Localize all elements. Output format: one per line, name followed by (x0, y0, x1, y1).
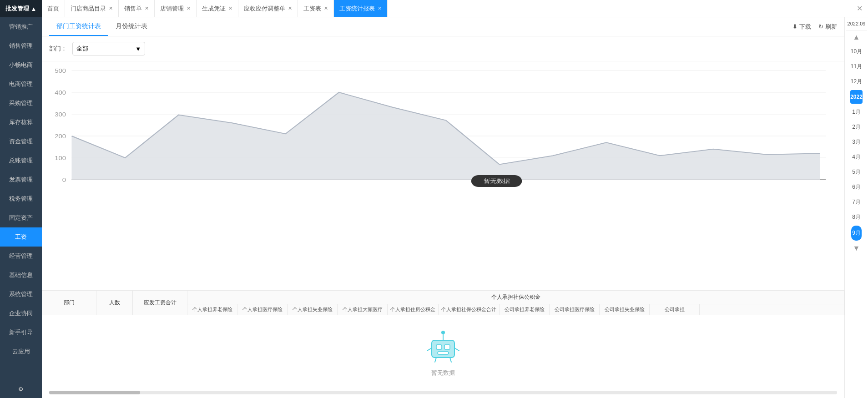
sidebar-item-基础信息[interactable]: 基础信息 (0, 266, 42, 285)
th-sub-个人承担社保公积金合计: 个人承担社保公积金合计 (439, 304, 500, 315)
toolbar: 部门： 全部 ▼ (42, 36, 844, 61)
time-item-8月[interactable]: 8月 (848, 210, 864, 225)
table-section: 部门 人数 应发工资合计 个人承担社保公积金 个人承担养老保险个人承担医疗保险个… (42, 290, 844, 398)
chevron-down-icon: ▼ (135, 45, 141, 52)
tab-label: 门店商品目录 (71, 5, 106, 13)
close-all-tabs-button[interactable]: ✕ (851, 0, 868, 17)
tab-门店商品目录[interactable]: 门店商品目录✕ (65, 0, 119, 17)
time-nav-down-button[interactable]: ▼ (845, 242, 868, 255)
tab-label: 销售单 (124, 5, 142, 13)
th-sub-公司承担: 公司承担 (650, 304, 700, 315)
tab-close-icon[interactable]: ✕ (378, 5, 382, 11)
chart-svg: 500 400 300 200 100 0 (49, 66, 837, 202)
scrollbar-thumb[interactable] (49, 391, 140, 394)
sidebar-item-经营管理[interactable]: 经营管理 (0, 247, 42, 266)
sidebar-item-发票管理[interactable]: 发票管理 (0, 170, 42, 189)
time-item-12月[interactable]: 12月 (848, 74, 864, 89)
sidebar-item-云应用[interactable]: 云应用 (0, 342, 42, 361)
main-area: 首页门店商品目录✕销售单✕店铺管理✕生成凭证✕应收应付调整单✕工资表✕工资统计报… (42, 0, 868, 398)
time-item-10月[interactable]: 10月 (848, 44, 864, 59)
tab-首页[interactable]: 首页 (42, 0, 65, 17)
tab-label: 工资统计报表 (339, 5, 375, 13)
time-items-container: 10月11月12月20221月2月3月4月5月6月7月8月9月 (848, 44, 864, 242)
empty-state: 暂无数据 (42, 315, 844, 391)
sidebar-item-系统管理[interactable]: 系统管理 (0, 285, 42, 304)
refresh-icon: ↻ (818, 23, 823, 30)
time-item-4月[interactable]: 4月 (848, 150, 864, 165)
tab-close-icon[interactable]: ✕ (288, 5, 292, 11)
sidebar-item-企业协同[interactable]: 企业协同 (0, 304, 42, 323)
sidebar-item-小畅电商[interactable]: 小畅电商 (0, 55, 42, 75)
dept-select[interactable]: 全部 ▼ (72, 42, 145, 55)
sidebar-item-资金管理[interactable]: 资金管理 (0, 132, 42, 151)
sidebar-item-新手引导[interactable]: 新手引导 (0, 323, 42, 342)
th-sub-个人承担医疗保险: 个人承担医疗保险 (237, 304, 288, 315)
time-nav-up-button[interactable]: ▲ (845, 30, 868, 44)
time-item-7月[interactable]: 7月 (848, 195, 864, 210)
tab-close-icon[interactable]: ✕ (145, 5, 149, 11)
sidebar-item-营销推广[interactable]: 营销推广 (0, 17, 42, 36)
dept-label: 部门： (49, 45, 67, 53)
sub-tabs: 部门工资统计表月份统计表 ⬇ 下载 ↻ 刷新 (42, 17, 844, 36)
time-item-11月[interactable]: 11月 (848, 59, 864, 74)
tab-label: 生成凭证 (202, 5, 226, 13)
sidebar-item-销售管理[interactable]: 销售管理 (0, 36, 42, 55)
th-sub-个人承担失业保险: 个人承担失业保险 (288, 304, 338, 315)
svg-line-19 (454, 348, 459, 351)
th-sub-公司承担医疗保险: 公司承担医疗保险 (550, 304, 600, 315)
settings-button[interactable]: ⚙ (0, 380, 42, 398)
tab-应收应付调整单[interactable]: 应收应付调整单✕ (238, 0, 298, 17)
sidebar-title: 批发管理 (5, 5, 29, 13)
sidebar-item-税务管理[interactable]: 税务管理 (0, 189, 42, 208)
horizontal-scrollbar[interactable] (49, 391, 837, 394)
th-sub-个人承担养老保险: 个人承担养老保险 (187, 304, 237, 315)
tab-生成凭证[interactable]: 生成凭证✕ (197, 0, 238, 17)
sidebar-item-工资[interactable]: 工资 (0, 227, 42, 247)
tab-close-icon[interactable]: ✕ (228, 5, 232, 11)
sidebar-item-固定资产[interactable]: 固定资产 (0, 208, 42, 227)
th-group-subs: 个人承担养老保险个人承担医疗保险个人承担失业保险个人承担大额医疗个人承担住房公积… (187, 304, 844, 315)
svg-text:300: 300 (55, 111, 66, 117)
svg-line-21 (450, 358, 451, 362)
chart-area: 500 400 300 200 100 0 (42, 61, 844, 290)
sub-tab-actions: ⬇ 下载 ↻ 刷新 (792, 23, 837, 31)
tab-label: 首页 (47, 5, 59, 13)
tab-店铺管理[interactable]: 店铺管理✕ (155, 0, 197, 17)
time-item-6月[interactable]: 6月 (848, 180, 864, 195)
tab-close-icon[interactable]: ✕ (187, 5, 191, 11)
refresh-button[interactable]: ↻ 刷新 (818, 23, 837, 31)
time-item-2月[interactable]: 2月 (848, 120, 864, 135)
th-sub-公司承担养老保险: 公司承担养老保险 (500, 304, 550, 315)
th-sub-个人承担住房公积金: 个人承担住房公积金 (388, 304, 439, 315)
svg-rect-13 (436, 345, 442, 349)
tab-close-icon[interactable]: ✕ (324, 5, 328, 11)
svg-rect-12 (432, 340, 454, 358)
time-item-9月[interactable]: 9月 (851, 226, 862, 241)
svg-line-18 (427, 348, 432, 351)
sidebar-item-库存核算[interactable]: 库存核算 (0, 113, 42, 132)
time-item-2022[interactable]: 2022 (850, 90, 863, 104)
tab-close-icon[interactable]: ✕ (109, 5, 113, 11)
svg-rect-14 (444, 345, 450, 349)
sub-tab-月份统计表[interactable]: 月份统计表 (108, 17, 155, 36)
tab-销售单[interactable]: 销售单✕ (119, 0, 155, 17)
tab-label: 工资表 (303, 5, 321, 13)
empty-icon (425, 329, 461, 365)
sidebar-item-总账管理[interactable]: 总账管理 (0, 151, 42, 170)
tab-工资表[interactable]: 工资表✕ (298, 0, 334, 17)
sidebar-header[interactable]: 批发管理 ▲ (0, 0, 42, 17)
sidebar-item-电商管理[interactable]: 电商管理 (0, 75, 42, 94)
th-dept: 部门 (42, 291, 96, 315)
svg-text:400: 400 (55, 90, 66, 96)
download-button[interactable]: ⬇ 下载 (792, 23, 811, 31)
sub-tab-部门工资统计表[interactable]: 部门工资统计表 (49, 17, 108, 36)
sidebar-item-采购管理[interactable]: 采购管理 (0, 94, 42, 113)
tab-工资统计报表[interactable]: 工资统计报表✕ (334, 0, 388, 17)
empty-text: 暂无数据 (431, 369, 455, 377)
tab-label: 店铺管理 (160, 5, 184, 13)
time-item-5月[interactable]: 5月 (848, 165, 864, 180)
time-item-3月[interactable]: 3月 (848, 135, 864, 150)
svg-text:500: 500 (55, 68, 66, 74)
time-panel-header: 2022.09 (846, 17, 868, 30)
time-item-1月[interactable]: 1月 (848, 105, 864, 120)
